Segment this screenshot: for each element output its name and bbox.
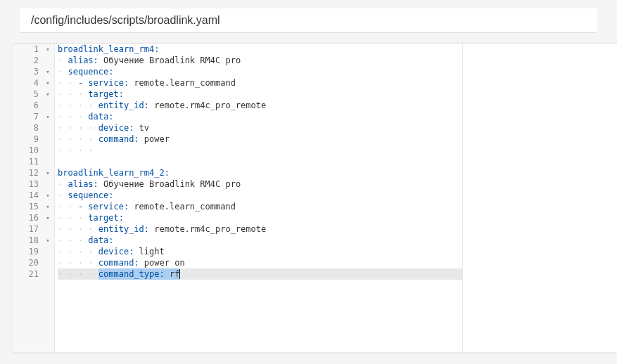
line-number: 12 bbox=[29, 168, 44, 178]
line-number: 16 bbox=[29, 213, 44, 223]
code-line[interactable]: · · · · entity_id: remote.rm4c_pro_remot… bbox=[58, 223, 462, 235]
code-line[interactable]: broadlink_learn_rm4_2: bbox=[58, 167, 462, 178]
code-token-key: target: bbox=[88, 212, 124, 223]
indent-whitespace: · bbox=[58, 190, 68, 201]
line-number: 6 bbox=[34, 100, 44, 110]
code-line[interactable]: · · · data: bbox=[58, 235, 462, 246]
code-line[interactable]: · alias: Обучение Broadlink RM4C pro bbox=[58, 55, 462, 66]
gutter-line: 18▾ bbox=[13, 235, 54, 246]
line-number: 20 bbox=[29, 258, 44, 268]
code-line[interactable]: · · · · device: light bbox=[58, 246, 462, 257]
gutter-line: 14▾ bbox=[13, 190, 54, 201]
gutter-line: 5▾ bbox=[13, 89, 54, 100]
line-number: 17 bbox=[29, 224, 44, 234]
gutter-line: 6 bbox=[13, 100, 54, 111]
line-number: 1 bbox=[34, 44, 44, 54]
code-line[interactable]: · · · · command_type: rf bbox=[58, 268, 462, 280]
code-line[interactable]: · · · target: bbox=[58, 212, 462, 223]
code-token-dash: - bbox=[78, 201, 88, 212]
indent-whitespace: · · · · bbox=[58, 223, 98, 235]
indent-whitespace: · · · · bbox=[58, 246, 98, 257]
code-line[interactable]: · sequence: bbox=[58, 66, 462, 77]
code-line[interactable]: · · · · device: tv bbox=[58, 122, 462, 134]
gutter-line: 21 bbox=[13, 268, 54, 280]
fold-marker[interactable]: ▾ bbox=[44, 79, 51, 86]
code-token-key: sequence: bbox=[68, 66, 113, 77]
indent-whitespace: · · · · bbox=[58, 257, 98, 268]
line-number: 5 bbox=[34, 89, 44, 99]
line-number: 7 bbox=[34, 112, 44, 122]
code-token-key: entity_id: bbox=[98, 100, 149, 111]
indent-whitespace: · · · bbox=[58, 235, 88, 246]
gutter-line: 13 bbox=[13, 178, 54, 190]
code-token-val: power on bbox=[139, 257, 185, 268]
fold-marker[interactable]: ▾ bbox=[44, 113, 51, 120]
fold-marker[interactable]: ▾ bbox=[44, 68, 51, 75]
code-line[interactable]: · alias: Обучение Broadlink RM4C pro bbox=[58, 178, 462, 190]
line-number: 13 bbox=[29, 179, 44, 189]
code-token-val: tv bbox=[134, 122, 149, 134]
code-token-key: target: bbox=[88, 89, 124, 100]
indent-whitespace: · · · bbox=[58, 212, 88, 223]
line-number: 14 bbox=[29, 190, 44, 200]
code-editor[interactable]: 1▾23▾4▾5▾67▾89101112▾1314▾15▾16▾1718▾192… bbox=[13, 43, 617, 352]
code-token-val: remote.rm4c_pro_remote bbox=[149, 223, 266, 235]
code-token-key: data: bbox=[88, 111, 113, 122]
code-line[interactable]: · · - service: remote.learn_command bbox=[58, 77, 462, 89]
line-number: 15 bbox=[29, 202, 44, 212]
code-token-key: broadlink_learn_rm4: bbox=[58, 44, 160, 55]
code-token-dash: - bbox=[78, 77, 88, 89]
line-number: 19 bbox=[29, 247, 44, 256]
code-token-key: device: bbox=[98, 122, 134, 134]
indent-whitespace: · · · · bbox=[58, 268, 98, 280]
code-line[interactable]: · sequence: bbox=[58, 190, 462, 201]
fold-marker[interactable]: ▾ bbox=[44, 91, 51, 98]
line-number: 11 bbox=[29, 157, 44, 167]
fold-marker[interactable]: ▾ bbox=[44, 169, 51, 176]
code-token-key: command: bbox=[98, 257, 139, 268]
gutter-line: 1▾ bbox=[13, 44, 54, 55]
code-line[interactable]: · · - service: remote.learn_command bbox=[58, 201, 462, 212]
code-line[interactable]: · · · · bbox=[58, 145, 462, 156]
code-line[interactable]: broadlink_learn_rm4: bbox=[58, 44, 462, 55]
code-token-key: alias: bbox=[68, 178, 98, 190]
breadcrumb-text: /config/includes/scripts/broadlink.yaml bbox=[31, 14, 220, 26]
gutter-line: 8 bbox=[13, 122, 54, 134]
gutter-line: 12▾ bbox=[13, 167, 54, 178]
line-number: 2 bbox=[34, 56, 44, 65]
code-token-key: entity_id: bbox=[98, 223, 149, 235]
code-token-val: Обучение Broadlink RM4C pro bbox=[98, 178, 241, 190]
indent-whitespace: · bbox=[58, 55, 68, 66]
fold-marker[interactable]: ▾ bbox=[44, 237, 51, 244]
code-token-key: data: bbox=[88, 235, 113, 246]
gutter-line: 9 bbox=[13, 134, 54, 145]
gutter-line: 17 bbox=[13, 223, 54, 235]
indent-whitespace: · · · · bbox=[58, 134, 98, 145]
gutter-line: 19 bbox=[13, 246, 54, 257]
line-number: 9 bbox=[34, 134, 44, 144]
code-token-val: remote.rm4c_pro_remote bbox=[149, 100, 266, 111]
code-line[interactable]: · · · · command: power bbox=[58, 134, 462, 145]
editor-gutter: 1▾23▾4▾5▾67▾89101112▾1314▾15▾16▾1718▾192… bbox=[13, 44, 55, 352]
code-line[interactable]: · · · target: bbox=[58, 89, 462, 100]
code-line[interactable]: · · · · command: power on bbox=[58, 257, 462, 268]
gutter-line: 10 bbox=[13, 145, 54, 156]
indent-whitespace: · · · · bbox=[58, 100, 98, 111]
fold-marker[interactable]: ▾ bbox=[44, 214, 51, 221]
code-line[interactable] bbox=[58, 156, 462, 167]
editor-code-area[interactable]: broadlink_learn_rm4:· alias: Обучение Br… bbox=[55, 44, 617, 352]
fold-marker[interactable]: ▾ bbox=[44, 46, 51, 53]
gutter-line: 11 bbox=[13, 156, 54, 167]
line-number: 3 bbox=[34, 67, 44, 77]
line-number: 4 bbox=[34, 78, 44, 88]
gutter-line: 3▾ bbox=[13, 66, 54, 77]
fold-marker[interactable]: ▾ bbox=[44, 192, 51, 199]
page-root: /config/includes/scripts/broadlink.yaml … bbox=[0, 0, 617, 352]
fold-marker[interactable]: ▾ bbox=[44, 203, 51, 210]
code-line[interactable]: · · · · entity_id: remote.rm4c_pro_remot… bbox=[58, 100, 462, 111]
gutter-line: 16▾ bbox=[13, 212, 54, 223]
code-token-key: command: bbox=[98, 134, 139, 145]
code-line[interactable]: · · · data: bbox=[58, 111, 462, 122]
indent-whitespace: · · · bbox=[58, 89, 88, 100]
code-token-key: broadlink_learn_rm4_2: bbox=[58, 167, 170, 178]
